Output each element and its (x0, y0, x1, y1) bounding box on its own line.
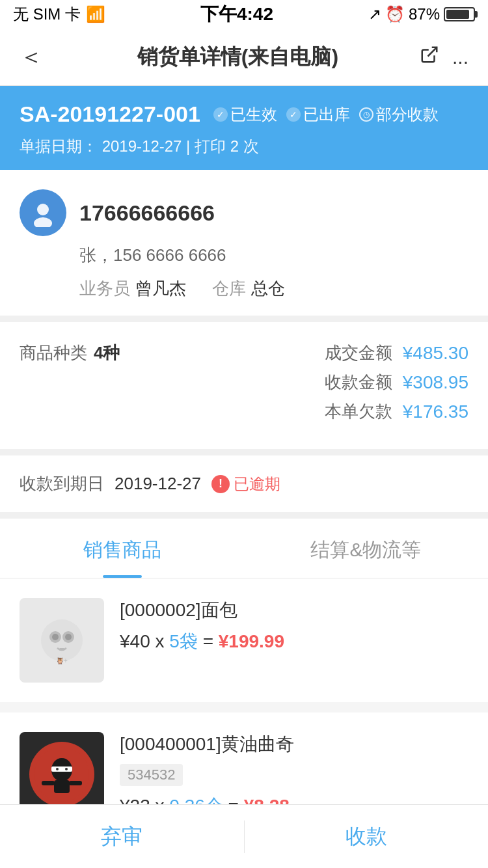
product-sku-2: 534532 (120, 764, 183, 786)
print-info: | 打印 2 次 (186, 137, 259, 155)
nav-actions: ... (420, 45, 468, 69)
product-name-1: [0000002]面包 (120, 598, 468, 623)
battery-indicator (444, 7, 475, 21)
status-bar-right: ↗ ⏰ 87% (368, 5, 475, 23)
tab-products-label: 销售商品 (83, 539, 161, 560)
header-date-info: 单据日期： 2019-12-27 | 打印 2 次 (20, 136, 468, 157)
customer-detail: 张，156 6666 6666 (79, 244, 468, 267)
svg-rect-17 (42, 781, 55, 785)
order-date: 2019-12-27 (102, 137, 182, 155)
svg-point-6 (52, 634, 59, 640)
tag-shipped-label: 已出库 (303, 104, 350, 125)
product-name-2: [000400001]黄油曲奇 (120, 732, 468, 757)
date-label: 单据日期： (20, 137, 98, 155)
product-thumbnail-1: 🦉+ (20, 598, 104, 683)
confirm-button[interactable]: 收款 (245, 805, 489, 868)
deal-amount-row: 成交金额 ¥485.30 (325, 342, 468, 364)
check-icon-1: ✓ (213, 107, 228, 122)
status-tags: ✓ 已生效 ✓ 已出库 ◷ 部分收款 (213, 104, 439, 125)
status-tag-effective: ✓ 已生效 (213, 104, 277, 125)
customer-section: 17666666666 张，156 6666 6666 业务员 曾凡杰 仓库 总… (0, 170, 488, 322)
category-item: 商品种类 4种 (20, 342, 120, 364)
category-label: 商品种类 (20, 342, 87, 364)
customer-meta: 业务员 曾凡杰 仓库 总仓 (79, 277, 468, 300)
overdue-badge: ! 已逾期 (211, 474, 280, 495)
svg-point-1 (37, 204, 49, 215)
svg-text:🦉+: 🦉+ (56, 657, 68, 665)
price-qty-1: 5袋 (169, 631, 198, 651)
header-banner: SA-20191227-001 ✓ 已生效 ✓ 已出库 ◷ 部分收款 单据日期：… (0, 86, 488, 170)
svg-point-3 (41, 619, 83, 661)
bottom-bar: 弃审 收款 (0, 804, 488, 868)
customer-row: 17666666666 (20, 189, 468, 236)
svg-line-0 (427, 47, 437, 57)
collected-value: ¥308.95 (403, 372, 468, 393)
svg-rect-16 (54, 780, 70, 793)
collected-label: 收款金额 (325, 371, 392, 394)
svg-rect-18 (69, 781, 82, 785)
due-label: 收款到期日 (20, 472, 104, 495)
svg-point-7 (65, 634, 72, 640)
share-button[interactable] (420, 45, 439, 69)
overdue-text: 已逾期 (234, 474, 280, 495)
salesperson-item: 业务员 曾凡杰 (79, 277, 186, 300)
customer-phone: 17666666666 (79, 200, 215, 226)
debt-label: 本单欠款 (325, 400, 392, 423)
clock-icon: ◷ (359, 107, 373, 122)
tabs-row: 销售商品 结算&物流等 (0, 519, 488, 578)
header-banner-top: SA-20191227-001 ✓ 已生效 ✓ 已出库 ◷ 部分收款 (20, 102, 468, 127)
category-value: 4种 (94, 342, 120, 364)
thumb-placeholder-1: 🦉+ (20, 598, 104, 683)
more-button[interactable]: ... (452, 46, 468, 68)
debt-value: ¥176.35 (403, 401, 468, 422)
location-icon: ↗ (368, 5, 381, 23)
debt-row: 本单欠款 ¥176.35 (325, 400, 468, 423)
svg-rect-11 (51, 766, 72, 772)
deal-amount-label: 成交金额 (325, 342, 392, 364)
status-bar: 无 SIM 卡 📶 下午4:42 ↗ ⏰ 87% (0, 0, 488, 29)
status-tag-shipped: ✓ 已出库 (286, 104, 350, 125)
svg-point-15 (65, 768, 68, 770)
tag-effective-label: 已生效 (230, 104, 277, 125)
salesperson-value: 曾凡杰 (135, 277, 186, 300)
price-base-1: ¥40 x (120, 631, 169, 651)
overdue-icon: ! (211, 475, 230, 493)
avatar (20, 189, 66, 236)
warehouse-value: 总仓 (251, 277, 285, 300)
status-bar-left: 无 SIM 卡 📶 (13, 4, 105, 25)
carrier-label: 无 SIM 卡 (13, 4, 81, 25)
cancel-button[interactable]: 弃审 (0, 805, 244, 868)
battery-label: 87% (409, 5, 440, 23)
status-bar-time: 下午4:42 (200, 2, 273, 27)
svg-point-2 (34, 217, 52, 227)
ninja-circle (29, 742, 94, 807)
warehouse-item: 仓库 总仓 (212, 277, 285, 300)
alarm-icon: ⏰ (385, 5, 405, 23)
back-button[interactable]: ＜ (20, 41, 56, 73)
product-info-1: [0000002]面包 ¥40 x 5袋 = ¥199.99 (120, 598, 468, 654)
check-icon-2: ✓ (286, 107, 301, 122)
tab-products[interactable]: 销售商品 (0, 519, 244, 578)
wifi-icon: 📶 (86, 5, 105, 23)
price-total-1: ¥199.99 (219, 631, 284, 651)
nav-bar: ＜ 销货单详情(来自电脑) ... (0, 29, 488, 86)
svg-point-14 (56, 768, 59, 770)
battery-fill (446, 10, 469, 19)
product-price-1: ¥40 x 5袋 = ¥199.99 (120, 629, 468, 654)
status-tag-partial: ◷ 部分收款 (359, 104, 439, 125)
stats-left: 商品种类 4种 (20, 342, 120, 366)
tag-partial-label: 部分收款 (376, 104, 439, 125)
order-id: SA-20191227-001 (20, 102, 200, 127)
list-item: 🦉+ [0000002]面包 ¥40 x 5袋 = ¥199.99 (0, 578, 488, 702)
tab-settlement[interactable]: 结算&物流等 (244, 519, 488, 578)
salesperson-label: 业务员 (79, 277, 130, 300)
due-section: 收款到期日 2019-12-27 ! 已逾期 (0, 455, 488, 519)
stats-right: 成交金额 ¥485.30 收款金额 ¥308.95 本单欠款 ¥176.35 (325, 342, 468, 429)
deal-amount-value: ¥485.30 (403, 343, 468, 364)
tab-settlement-label: 结算&物流等 (310, 539, 421, 560)
warehouse-label: 仓库 (212, 277, 246, 300)
page-title: 销货单详情(来自电脑) (56, 43, 420, 72)
price-equals-1: = (198, 631, 219, 651)
collected-row: 收款金额 ¥308.95 (325, 371, 468, 394)
tabs-section: 销售商品 结算&物流等 (0, 519, 488, 578)
